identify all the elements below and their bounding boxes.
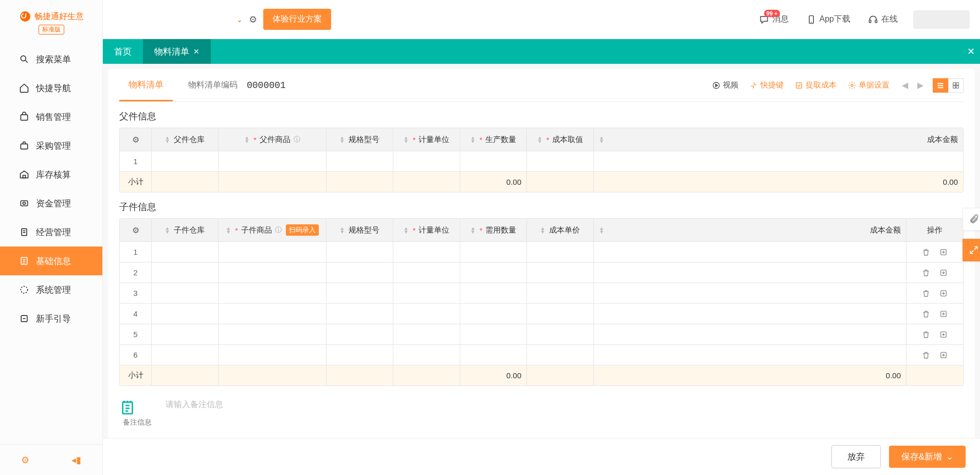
cell[interactable] <box>152 304 219 324</box>
org-settings-icon[interactable]: ⚙ <box>249 14 257 25</box>
sidebar-item-funds[interactable]: 资金管理 <box>0 189 102 218</box>
col-parent-product[interactable]: ▲▼*父件商品ⓘ <box>219 128 326 151</box>
cell[interactable] <box>594 304 906 324</box>
table-row[interactable]: 5 <box>120 324 963 344</box>
cell[interactable] <box>326 304 393 324</box>
cell[interactable] <box>527 262 594 283</box>
discard-button[interactable]: 放弃 <box>831 445 881 468</box>
cell[interactable] <box>219 151 326 171</box>
col-unit-cost[interactable]: ▲▼成本单价 <box>527 219 594 241</box>
col-prod-qty[interactable]: ▲▼*生产数量 <box>460 128 527 151</box>
cell[interactable] <box>326 151 393 171</box>
settings-icon[interactable]: ⚙ <box>21 454 29 466</box>
panel-tab-bom[interactable]: 物料清单 <box>119 69 173 101</box>
delete-icon[interactable] <box>922 310 930 318</box>
cell[interactable] <box>393 151 460 171</box>
next-icon[interactable]: ▶ <box>914 79 927 92</box>
online-support-button[interactable]: 在线 <box>868 14 898 25</box>
cell[interactable] <box>393 304 460 324</box>
col-child-product[interactable]: ▲▼*子件商品ⓘ扫码录入 <box>219 219 326 241</box>
table-row[interactable]: 6 <box>120 344 963 365</box>
table-row[interactable]: 2 <box>120 262 963 283</box>
cell[interactable] <box>219 345 326 365</box>
cell[interactable] <box>393 283 460 303</box>
org-dropdown[interactable]: ⌄ <box>113 15 243 24</box>
cell[interactable] <box>326 283 393 303</box>
cell[interactable] <box>594 242 906 262</box>
remarks-input[interactable] <box>166 399 964 430</box>
scan-tag[interactable]: 扫码录入 <box>286 224 319 236</box>
sidebar-item-basic[interactable]: 基础信息 <box>0 247 102 275</box>
messages-button[interactable]: 99 + 消息 <box>759 14 789 25</box>
cta-button[interactable]: 体验行业方案 <box>263 9 331 30</box>
cell[interactable] <box>594 324 906 344</box>
cell[interactable] <box>393 242 460 262</box>
cell[interactable] <box>527 304 594 324</box>
prev-icon[interactable]: ◀ <box>899 79 911 92</box>
sidebar-item-guide[interactable]: 新手引导 <box>0 304 102 333</box>
cell[interactable] <box>460 324 527 344</box>
delete-icon[interactable] <box>922 269 930 277</box>
cell[interactable] <box>326 242 393 262</box>
add-icon[interactable] <box>939 310 948 318</box>
cell[interactable] <box>219 304 326 324</box>
cell[interactable] <box>594 283 906 303</box>
cell[interactable] <box>219 242 326 262</box>
cell[interactable] <box>219 283 326 303</box>
col-spec[interactable]: ▲▼规格型号 <box>326 128 393 151</box>
tab-bom[interactable]: 物料清单✕ <box>143 39 211 64</box>
col-cost-src[interactable]: ▲▼*成本取值 <box>527 128 594 151</box>
table-row[interactable]: 4 <box>120 303 963 324</box>
delete-icon[interactable] <box>922 330 930 339</box>
cell[interactable] <box>594 151 963 171</box>
cell[interactable] <box>460 151 527 171</box>
expand-handle[interactable] <box>963 239 980 261</box>
collapse-icon[interactable]: ◂▮ <box>71 454 81 466</box>
cell[interactable] <box>527 345 594 365</box>
attachment-handle[interactable] <box>963 208 980 231</box>
add-icon[interactable] <box>939 351 948 359</box>
cell[interactable] <box>152 151 219 171</box>
cell[interactable] <box>460 242 527 262</box>
col-unit[interactable]: ▲▼*计量单位 <box>393 128 460 151</box>
add-icon[interactable] <box>939 330 948 339</box>
sidebar-item-ops[interactable]: 经营管理 <box>0 218 102 247</box>
close-icon[interactable]: ✕ <box>193 47 199 56</box>
cell[interactable] <box>393 345 460 365</box>
view-grid-icon[interactable] <box>948 78 964 93</box>
help-icon[interactable]: ⓘ <box>294 135 300 144</box>
delete-icon[interactable] <box>922 289 930 297</box>
col-parent-warehouse[interactable]: ▲▼父件仓库 <box>152 128 219 151</box>
sidebar-item-inventory[interactable]: 库存核算 <box>0 160 102 189</box>
cell[interactable] <box>527 151 594 171</box>
user-avatar[interactable] <box>913 10 970 29</box>
sidebar-item-quicknav[interactable]: 快捷导航 <box>0 74 102 102</box>
cell[interactable] <box>527 324 594 344</box>
col-gear[interactable]: ⚙ <box>120 128 152 151</box>
cell[interactable] <box>460 283 527 303</box>
cell[interactable] <box>527 283 594 303</box>
cell[interactable] <box>460 304 527 324</box>
col-spec[interactable]: ▲▼规格型号 <box>326 219 393 241</box>
cell[interactable] <box>152 324 219 344</box>
cell[interactable] <box>152 262 219 283</box>
cell[interactable] <box>152 283 219 303</box>
cell[interactable] <box>460 262 527 283</box>
cell[interactable] <box>527 242 594 262</box>
delete-icon[interactable] <box>922 248 930 256</box>
col-unit[interactable]: ▲▼*计量单位 <box>393 219 460 241</box>
app-download-button[interactable]: App下载 <box>806 14 850 25</box>
cell[interactable] <box>393 262 460 283</box>
col-cost-amt[interactable]: ▲▼成本金额 <box>594 128 963 151</box>
save-new-button[interactable]: 保存&新增⌄ <box>889 446 966 468</box>
col-child-warehouse[interactable]: ▲▼子件仓库 <box>152 219 219 241</box>
add-icon[interactable] <box>939 269 948 277</box>
cell[interactable] <box>219 262 326 283</box>
table-row[interactable]: 3 <box>120 283 963 303</box>
delete-icon[interactable] <box>922 351 930 359</box>
cell[interactable] <box>326 345 393 365</box>
action-doc-settings[interactable]: 单据设置 <box>848 80 890 90</box>
cell[interactable] <box>393 324 460 344</box>
sidebar-item-search[interactable]: 搜索菜单 <box>0 45 102 74</box>
sidebar-item-purchase[interactable]: 采购管理 <box>0 131 102 160</box>
